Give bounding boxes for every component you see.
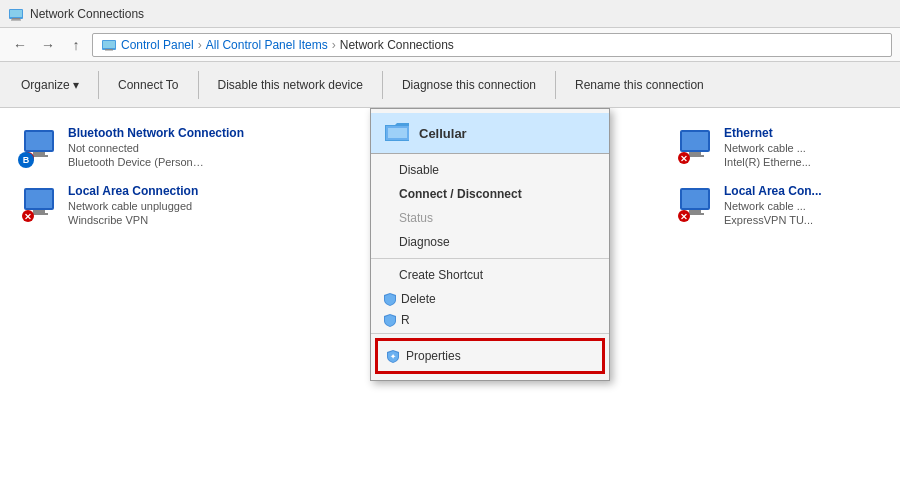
ethernet-item[interactable]: ✕ Ethernet Network cable ... Intel(R) Et… xyxy=(668,120,888,174)
ethernet-status: Network cable ... xyxy=(724,142,811,154)
bluetooth-icon-wrap: ✕ B xyxy=(20,126,60,166)
local-icon-wrap: ✕ xyxy=(20,184,60,224)
ctx-diagnose[interactable]: Diagnose xyxy=(371,230,609,254)
svg-rect-32 xyxy=(689,210,701,213)
svg-rect-15 xyxy=(33,210,45,213)
toolbar-separator-2 xyxy=(198,71,199,99)
bluetooth-badge: B xyxy=(18,152,34,168)
ctx-properties-highlight: ✦ Properties xyxy=(375,338,605,374)
ctx-shortcut-label: Create Shortcut xyxy=(399,268,483,282)
window-icon xyxy=(8,6,24,22)
breadcrumb-1 xyxy=(101,37,121,53)
local-detail: Windscribe VPN xyxy=(68,214,198,226)
ethernet-info: Ethernet Network cable ... Intel(R) Ethe… xyxy=(724,126,811,168)
context-menu-header-text: Cellular xyxy=(419,126,467,141)
ctx-properties-shield-icon: ✦ xyxy=(386,349,400,363)
breadcrumb-sep-2: › xyxy=(332,38,336,52)
ctx-disable-label: Disable xyxy=(399,163,439,177)
ctx-delete[interactable]: Delete xyxy=(371,287,609,311)
local2-icon-wrap: ✕ xyxy=(676,184,716,224)
svg-rect-26 xyxy=(689,152,701,155)
svg-rect-9 xyxy=(33,152,45,155)
local-net-icon: ✕ xyxy=(20,184,58,222)
ctx-separator-1 xyxy=(371,258,609,259)
svg-text:✦: ✦ xyxy=(390,353,396,360)
local-area-connection-item[interactable]: ✕ Local Area Connection Network cable un… xyxy=(12,178,252,232)
organize-button[interactable]: Organize ▾ xyxy=(8,67,92,103)
local-name: Local Area Connection xyxy=(68,184,198,198)
breadcrumb-network: Network Connections xyxy=(340,38,454,52)
ctx-diagnose-label: Diagnose xyxy=(399,235,450,249)
breadcrumb-sep-1: › xyxy=(198,38,202,52)
svg-rect-14 xyxy=(26,190,52,208)
diagnose-button[interactable]: Diagnose this connection xyxy=(389,67,549,103)
ctx-create-shortcut[interactable]: Create Shortcut xyxy=(371,263,609,287)
breadcrumb-control-panel[interactable]: Control Panel xyxy=(121,38,194,52)
title-text: Network Connections xyxy=(30,7,144,21)
ctx-separator-2 xyxy=(371,333,609,334)
title-bar: Network Connections xyxy=(0,0,900,28)
toolbar: Organize ▾ Connect To Disable this netwo… xyxy=(0,62,900,108)
svg-rect-25 xyxy=(682,132,708,150)
rename-button[interactable]: Rename this connection xyxy=(562,67,717,103)
ctx-delete-label: Delete xyxy=(401,292,436,306)
context-menu: Cellular Disable Connect / Disconnect St… xyxy=(370,108,610,381)
bluetooth-connection-item[interactable]: ✕ B Bluetooth Network Connection Not con… xyxy=(12,120,252,174)
up-button[interactable]: ↑ xyxy=(64,33,88,57)
svg-rect-22 xyxy=(388,128,407,138)
ctx-delete-shield-icon xyxy=(383,292,397,306)
ethernet-icon-wrap: ✕ xyxy=(676,126,716,166)
ctx-properties-label: Properties xyxy=(406,349,461,363)
back-button[interactable]: ← xyxy=(8,33,32,57)
bluetooth-status: Not connected xyxy=(68,142,244,154)
toolbar-separator-3 xyxy=(382,71,383,99)
toolbar-separator-4 xyxy=(555,71,556,99)
disable-button[interactable]: Disable this network device xyxy=(205,67,376,103)
local-info: Local Area Connection Network cable unpl… xyxy=(68,184,198,226)
address-box[interactable]: Control Panel › All Control Panel Items … xyxy=(92,33,892,57)
ctx-status: Status xyxy=(371,206,609,230)
svg-text:✕: ✕ xyxy=(680,212,688,222)
ctx-connect-disconnect[interactable]: Connect / Disconnect xyxy=(371,182,609,206)
svg-rect-2 xyxy=(12,18,20,20)
local2-status: Network cable ... xyxy=(724,200,822,212)
local2-info: Local Area Con... Network cable ... Expr… xyxy=(724,184,822,226)
forward-button[interactable]: → xyxy=(36,33,60,57)
svg-rect-3 xyxy=(11,19,21,20)
local2-net-icon: ✕ xyxy=(676,184,714,222)
svg-rect-6 xyxy=(105,49,113,51)
ethernet-name: Ethernet xyxy=(724,126,811,140)
svg-text:✕: ✕ xyxy=(24,212,32,222)
ethernet-detail: Intel(R) Etherne... xyxy=(724,156,811,168)
right-column: ✕ Ethernet Network cable ... Intel(R) Et… xyxy=(668,120,888,488)
ctx-status-label: Status xyxy=(399,211,433,225)
bluetooth-info: Bluetooth Network Connection Not connect… xyxy=(68,126,244,168)
ctx-rename-shield-icon xyxy=(383,313,397,327)
svg-text:✕: ✕ xyxy=(680,154,688,164)
svg-rect-1 xyxy=(10,10,22,17)
svg-rect-8 xyxy=(26,132,52,150)
svg-rect-5 xyxy=(103,41,115,48)
context-menu-header: Cellular xyxy=(371,113,609,154)
local-status: Network cable unplugged xyxy=(68,200,198,212)
bluetooth-detail: Bluetooth Device (Personal Area ... xyxy=(68,156,208,168)
context-menu-header-icon xyxy=(383,119,411,147)
ctx-disable[interactable]: Disable xyxy=(371,158,609,182)
svg-rect-31 xyxy=(682,190,708,208)
local2-name: Local Area Con... xyxy=(724,184,822,198)
ctx-rename-label: R xyxy=(401,313,410,327)
local-area-connection2-item[interactable]: ✕ Local Area Con... Network cable ... Ex… xyxy=(668,178,888,232)
left-column: ✕ B Bluetooth Network Connection Not con… xyxy=(12,120,252,488)
bluetooth-name: Bluetooth Network Connection xyxy=(68,126,244,140)
ethernet-net-icon: ✕ xyxy=(676,126,714,164)
ctx-rename[interactable]: R xyxy=(371,311,609,329)
ctx-properties[interactable]: ✦ Properties xyxy=(378,341,602,371)
toolbar-separator-1 xyxy=(98,71,99,99)
local2-detail: ExpressVPN TU... xyxy=(724,214,822,226)
ctx-connect-label: Connect / Disconnect xyxy=(399,187,522,201)
connect-to-button[interactable]: Connect To xyxy=(105,67,192,103)
content-area: ✕ B Bluetooth Network Connection Not con… xyxy=(0,108,900,500)
breadcrumb-all-items[interactable]: All Control Panel Items xyxy=(206,38,328,52)
address-bar: ← → ↑ Control Panel › All Control Panel … xyxy=(0,28,900,62)
